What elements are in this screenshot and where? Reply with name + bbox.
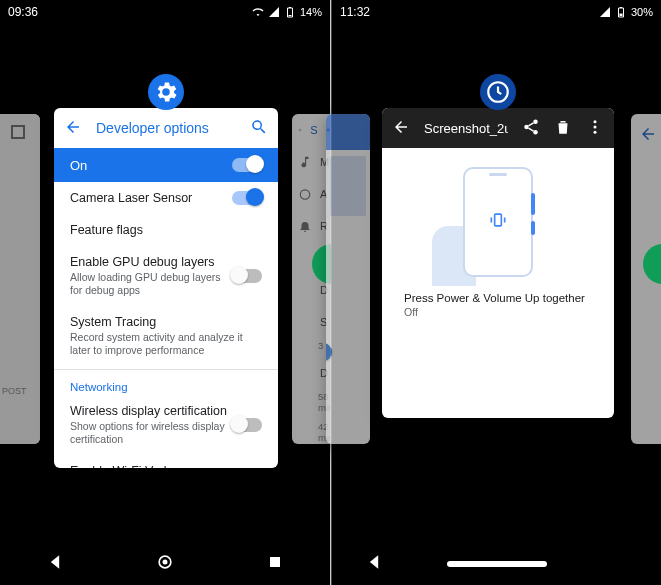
overflow-button[interactable] bbox=[586, 118, 604, 139]
status-clock: 11:32 bbox=[340, 5, 370, 19]
navigation-bar bbox=[332, 543, 661, 585]
square-icon bbox=[11, 125, 25, 139]
svg-rect-7 bbox=[619, 14, 622, 17]
status-indicators: 14% bbox=[252, 6, 322, 18]
trash-icon bbox=[554, 118, 572, 136]
svg-point-5 bbox=[163, 560, 168, 565]
svg-point-12 bbox=[533, 130, 538, 135]
back-button[interactable] bbox=[64, 118, 82, 139]
master-switch-row[interactable]: On bbox=[54, 148, 278, 182]
battery-icon bbox=[615, 6, 627, 18]
setting-row-feature-flags[interactable]: Feature flags bbox=[54, 214, 278, 246]
svg-rect-0 bbox=[288, 15, 291, 16]
setting-row-wireless-cert[interactable]: Wireless display certification Show opti… bbox=[54, 395, 278, 455]
nav-back-icon bbox=[364, 552, 384, 572]
svg-rect-6 bbox=[270, 557, 280, 567]
toggle-gpu-debug[interactable] bbox=[232, 269, 262, 283]
svg-rect-16 bbox=[495, 214, 502, 226]
section-networking: Networking bbox=[54, 372, 278, 395]
bell-icon bbox=[298, 219, 312, 233]
gear-icon bbox=[153, 79, 179, 105]
back-arrow-icon bbox=[298, 123, 302, 137]
svg-rect-8 bbox=[620, 7, 622, 8]
nav-home-button[interactable] bbox=[155, 552, 175, 576]
status-clock: 09:36 bbox=[8, 5, 38, 19]
setting-row-system-tracing[interactable]: System Tracing Record system activity an… bbox=[54, 306, 278, 366]
nav-home-pill[interactable] bbox=[447, 561, 547, 567]
master-switch-label: On bbox=[70, 158, 232, 173]
back-arrow-icon bbox=[639, 125, 657, 143]
recents-app-icon-screenshot[interactable] bbox=[480, 74, 516, 110]
vibrate-icon bbox=[488, 210, 508, 230]
setting-row-wifi-verbose[interactable]: Enable Wi-Fi Verbose Logging Increase Wi… bbox=[54, 455, 278, 468]
appbar-title: Developer options bbox=[96, 120, 236, 136]
signal-icon bbox=[268, 6, 280, 18]
music-note-icon bbox=[298, 155, 312, 169]
more-vert-icon bbox=[586, 118, 604, 136]
post-label: POST bbox=[2, 386, 27, 396]
recents-app-icon-settings[interactable] bbox=[148, 74, 184, 110]
nav-home-icon bbox=[155, 552, 175, 572]
screenshot-app-icon bbox=[485, 79, 511, 105]
back-arrow-icon bbox=[392, 118, 410, 136]
status-bar: 11:32 30% bbox=[332, 0, 661, 24]
nav-recents-button[interactable] bbox=[265, 552, 285, 576]
navigation-bar bbox=[0, 543, 330, 585]
screenshot-title: Screenshot_2u1805… bbox=[424, 121, 508, 136]
recents-card-main[interactable]: Screenshot_2u1805… Press Power & Volume … bbox=[382, 108, 614, 418]
share-icon bbox=[522, 118, 540, 136]
screenshot-hint-title: Press Power & Volume Up together bbox=[404, 292, 592, 304]
recents-card-left-partial[interactable] bbox=[326, 114, 370, 444]
screenshot-appbar: Screenshot_2u1805… bbox=[382, 108, 614, 148]
recents-card-main[interactable]: Developer options On Camera Laser Sensor… bbox=[54, 108, 278, 468]
svg-point-11 bbox=[524, 124, 529, 129]
toggle-camera-laser[interactable] bbox=[232, 191, 262, 205]
nav-back-button[interactable] bbox=[45, 552, 65, 576]
setting-row-gpu-debug[interactable]: Enable GPU debug layers Allow loading GP… bbox=[54, 246, 278, 306]
svg-point-3 bbox=[300, 190, 309, 199]
master-switch[interactable] bbox=[232, 158, 262, 172]
battery-pct: 14% bbox=[300, 6, 322, 18]
alarm-icon bbox=[298, 187, 312, 201]
status-bar: 09:36 14% bbox=[0, 0, 330, 24]
share-button[interactable] bbox=[522, 118, 540, 139]
nav-recents-icon bbox=[265, 552, 285, 572]
svg-point-15 bbox=[594, 130, 597, 133]
setting-row-camera-laser[interactable]: Camera Laser Sensor bbox=[54, 182, 278, 214]
dev-appbar: Developer options bbox=[54, 108, 278, 148]
nav-back-button[interactable] bbox=[364, 552, 384, 576]
status-indicators: 30% bbox=[599, 6, 653, 18]
signal-icon bbox=[599, 6, 611, 18]
back-button[interactable] bbox=[392, 118, 410, 139]
recents-card-left-partial[interactable]: POST bbox=[0, 114, 40, 444]
search-button[interactable] bbox=[250, 118, 268, 139]
delete-button[interactable] bbox=[554, 118, 572, 139]
screenshot-illustration bbox=[392, 162, 604, 282]
svg-rect-1 bbox=[289, 7, 291, 8]
svg-point-10 bbox=[533, 119, 538, 124]
toggle-wireless-cert[interactable] bbox=[232, 418, 262, 432]
nav-back-icon bbox=[45, 552, 65, 572]
svg-point-14 bbox=[594, 125, 597, 128]
back-arrow-icon bbox=[64, 118, 82, 136]
battery-pct: 30% bbox=[631, 6, 653, 18]
svg-point-13 bbox=[594, 120, 597, 123]
screenshot-hint-sub: Off bbox=[404, 306, 592, 318]
battery-icon bbox=[284, 6, 296, 18]
search-icon bbox=[250, 118, 268, 136]
wifi-icon bbox=[252, 6, 264, 18]
